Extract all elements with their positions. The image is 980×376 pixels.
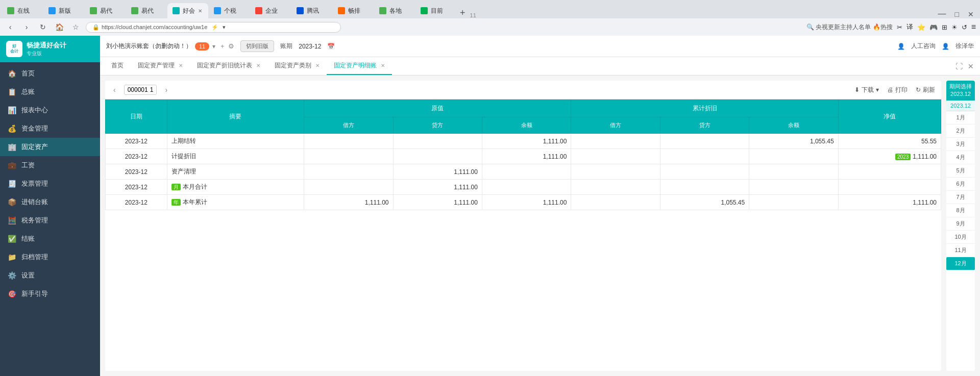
sidebar-item-home[interactable]: 🏠 首页 <box>0 64 100 83</box>
close-panel-button[interactable]: ✕ <box>966 62 976 70</box>
content-toolbar: ‹ 000001 1 › ⬇ 下载 ▾ 🖨 打 <box>105 81 941 99</box>
cell-date: 2023-12 <box>106 134 167 149</box>
translate-icon[interactable]: 译 <box>906 22 913 32</box>
tab-badge[interactable]: 11 <box>470 12 476 18</box>
browser-tab-muqian[interactable]: 目前 <box>415 3 456 18</box>
close-icon[interactable]: ✕ <box>381 63 385 68</box>
sidebar-item-guide[interactable]: 🎯 新手引导 <box>0 285 100 303</box>
table-row: 2023-12 上期结转 1,111.00 1,055.45 55.55 <box>106 134 941 149</box>
switch-to-old-button[interactable]: 切到旧版 <box>240 40 274 52</box>
dropdown-icon[interactable]: ▾ <box>223 24 226 31</box>
service-label[interactable]: 人工咨询 <box>911 42 936 51</box>
browser-tab-haohui[interactable]: 好会 ✕ <box>167 3 208 18</box>
home-button[interactable]: 🏠 <box>53 21 65 33</box>
sidebar-item-purchase-sales[interactable]: 📦 进销台账 <box>0 193 100 211</box>
browser-tab-online[interactable]: 在线 <box>2 3 43 18</box>
close-icon[interactable]: ✕ <box>179 63 183 68</box>
app-logo: 好会计 <box>6 41 22 57</box>
minimize-button[interactable]: — <box>934 9 950 18</box>
close-window-button[interactable]: ✕ <box>964 10 978 18</box>
prev-account-button[interactable]: ‹ <box>111 85 118 95</box>
refresh-button[interactable]: ↻ 刷新 <box>916 86 935 94</box>
back-button[interactable]: ‹ <box>4 21 16 33</box>
period-month-8[interactable]: 8月 <box>946 204 975 217</box>
browser-tab-changpai[interactable]: 畅排 <box>333 3 374 18</box>
close-icon[interactable]: ✕ <box>256 63 260 68</box>
maximize-panel-button[interactable]: ⛶ <box>952 62 966 70</box>
period-month-4[interactable]: 4月 <box>946 151 975 164</box>
calendar-icon[interactable]: 📅 <box>327 43 335 50</box>
sidebar-item-funds[interactable]: 💰 资金管理 <box>0 119 100 138</box>
period-month-12[interactable]: 12月 <box>946 257 975 270</box>
period-month-3[interactable]: 3月 <box>946 138 975 151</box>
period-month-11[interactable]: 11月 <box>946 244 975 257</box>
maximize-button[interactable]: □ <box>951 10 963 18</box>
close-icon[interactable]: ✕ <box>315 63 320 68</box>
browser-tab-tengxun[interactable]: 腾讯 <box>291 3 332 18</box>
period-month-1[interactable]: 1月 <box>946 111 975 124</box>
username[interactable]: 徐泽华 <box>955 42 974 51</box>
sidebar-item-closing[interactable]: ✅ 结账 <box>0 230 100 248</box>
browser-tab-yidai2[interactable]: 易代 <box>126 3 167 18</box>
period-month-9[interactable]: 9月 <box>946 217 975 231</box>
cut-icon[interactable]: ✂ <box>897 23 902 31</box>
cell-net-value <box>838 164 941 180</box>
next-account-button[interactable]: › <box>163 85 169 95</box>
sidebar-item-ledger[interactable]: 📋 总账 <box>0 83 100 101</box>
col-orig-debit: 借方 <box>304 117 393 134</box>
toolbar-actions: ⬇ 下载 ▾ 🖨 打印 ↻ 刷新 <box>854 86 935 94</box>
address-input[interactable]: 🔒 https://cloud.chanjet.com/accounting/u… <box>86 22 341 33</box>
sidebar-item-invoices[interactable]: 🧾 发票管理 <box>0 174 100 193</box>
period-month-10[interactable]: 10月 <box>946 231 975 244</box>
dropdown-arrow-icon[interactable]: ▾ <box>212 43 215 50</box>
cell-summary: 上期结转 <box>167 134 304 149</box>
undo-icon[interactable]: ↺ <box>962 23 967 31</box>
browser-tab-qiye[interactable]: 企业 <box>250 3 291 18</box>
cell-accum-credit <box>660 180 749 195</box>
new-tab-button[interactable]: + <box>457 8 469 18</box>
settings-small-button[interactable]: ⚙ <box>228 42 234 50</box>
cell-orig-balance: 1,111.00 <box>482 149 571 164</box>
period-month-6[interactable]: 6月 <box>946 178 975 191</box>
reload-button[interactable]: ↻ <box>37 21 49 33</box>
browser-tab-gedi[interactable]: 各地 <box>374 3 415 18</box>
cell-orig-debit <box>304 164 393 180</box>
account-count-badge[interactable]: 11 <box>195 42 209 51</box>
sidebar-item-payroll[interactable]: 💼 工资 <box>0 156 100 174</box>
tab-depreciation-stats[interactable]: 固定资产折旧统计表 ✕ <box>190 57 267 75</box>
grid-icon[interactable]: ⊞ <box>942 23 947 31</box>
tab-label: 企业 <box>265 7 278 15</box>
sidebar-item-archive[interactable]: 📁 归档管理 <box>0 248 100 266</box>
tax-icon: 🧮 <box>7 216 16 225</box>
cell-orig-debit <box>304 180 393 195</box>
tab-home[interactable]: 首页 <box>104 57 131 75</box>
period-month-5[interactable]: 5月 <box>946 164 975 178</box>
sidebar-item-settings[interactable]: ⚙️ 设置 <box>0 266 100 285</box>
period-month-2[interactable]: 2月 <box>946 124 975 138</box>
tab-asset-detail-ledger[interactable]: 固定资产明细账 ✕ <box>327 57 392 75</box>
sidebar-item-tax[interactable]: 🧮 税务管理 <box>0 211 100 230</box>
print-button[interactable]: 🖨 打印 <box>887 86 908 94</box>
download-button[interactable]: ⬇ 下载 ▾ <box>854 86 879 94</box>
tab-asset-category[interactable]: 固定资产类别 ✕ <box>267 57 327 75</box>
tab-fixed-asset-mgmt[interactable]: 固定资产管理 ✕ <box>131 57 190 75</box>
star-icon[interactable]: ⭐ <box>917 23 925 31</box>
cell-orig-debit <box>304 149 393 164</box>
sun-icon[interactable]: ☀ <box>951 23 958 31</box>
forward-button[interactable]: › <box>20 21 33 33</box>
year-badge: 2023 <box>895 154 911 160</box>
col-accum-balance: 余额 <box>749 117 838 134</box>
game-icon[interactable]: 🎮 <box>929 23 938 31</box>
sidebar-item-reports[interactable]: 📊 报表中心 <box>0 101 100 119</box>
bookmark-button[interactable]: ☆ <box>69 21 82 33</box>
browser-tab-new[interactable]: 新版 <box>43 3 84 18</box>
period-month-7[interactable]: 7月 <box>946 191 975 204</box>
browser-tab-yidai1[interactable]: 易代 <box>85 3 126 18</box>
col-original-value: 原值 <box>304 100 571 117</box>
menu-icon[interactable]: ≡ <box>971 22 976 32</box>
cell-summary: 资产清理 <box>167 164 304 180</box>
close-icon[interactable]: ✕ <box>198 8 202 14</box>
sidebar-item-fixed-assets[interactable]: 🏢 固定资产 <box>0 138 100 156</box>
add-account-button[interactable]: + <box>220 43 224 50</box>
browser-tab-geshui[interactable]: 个税 <box>209 3 250 18</box>
